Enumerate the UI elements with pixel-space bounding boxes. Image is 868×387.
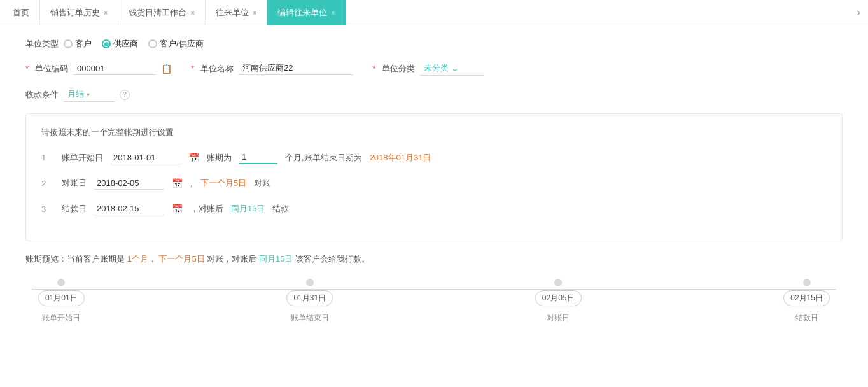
period-num-1: 1 [41,153,54,162]
period-cal-icon-1[interactable]: 📅 [188,153,199,163]
preview-section: 账期预览：当前客户账期是 1个月， 下一个月5日 对账，对账后 同月15日 该客… [25,251,843,323]
period-desc-3a: ，对账后 [190,203,223,215]
period-label-1: 账单开始日 [62,152,103,164]
timeline-badge-2: 01月31日 [286,290,333,306]
timeline-badge-4: 02月15日 [783,290,830,306]
radio-customer-circle [64,39,73,48]
tab-home[interactable]: 首页 [0,0,40,25]
unit-category-chevron: ⌄ [451,63,459,73]
period-desc-3-highlight: 同月15日 [231,203,265,215]
timeline-badge-3: 02月05日 [535,290,582,306]
timeline-point-1: 01月01日 账单开始日 [38,279,85,323]
unit-type-row: 单位类型 客户 供应商 客户/供应商 [25,38,843,50]
timeline-point-4: 02月15日 结款日 [783,279,830,323]
preview-part1: 1个月， [127,254,157,264]
payment-condition-label: 收款条件 [25,89,59,101]
payment-condition-row: 收款条件 月结 ▾ ? [25,87,843,102]
radio-customer[interactable]: 客户 [64,38,92,50]
unit-type-radio-group: 客户 供应商 客户/供应商 [64,38,204,50]
unit-name-input[interactable] [239,62,353,75]
timeline-point-3: 02月05日 对账日 [535,279,582,323]
unit-name-star: * [191,64,194,73]
tab-sales-history-label: 销售订单历史 [50,7,100,18]
unit-name-item: * 单位名称 [191,62,353,75]
timeline-dot-4 [803,279,811,286]
period-desc-2-highlight: 下一个月5日 [200,178,246,189]
unit-category-star: * [372,64,375,73]
tab-partner-label: 往来单位 [216,7,249,18]
period-date-input-2[interactable] [94,177,164,190]
timeline-dot-2 [306,279,314,286]
radio-supplier-circle [102,39,111,48]
timeline-dot-3 [554,279,562,286]
preview-part3: 对账，对账后 [207,254,256,264]
tab-cash-work-label: 钱货日清工作台 [129,7,186,18]
period-date-input-3[interactable] [94,202,164,215]
unit-type-item: 单位类型 客户 供应商 客户/供应商 [25,38,204,50]
tab-sales-history[interactable]: 销售订单历史 × [40,0,118,25]
tab-more-button[interactable]: › [849,6,868,19]
tab-home-label: 首页 [13,7,29,18]
period-end-date-highlight: 2018年01月31日 [370,152,431,164]
tab-partner[interactable]: 往来单位 × [206,0,267,25]
period-desc-2b: 对账 [254,178,270,189]
tab-edit-partner[interactable]: 编辑往来单位 × [267,0,346,25]
timeline-dot-1 [57,279,65,286]
unit-category-label: 单位分类 [382,63,415,74]
radio-supplier-label: 供应商 [113,38,138,50]
unit-info-row: * 单位编码 📋 * 单位名称 * 单位分类 未分类 ⌄ [25,61,843,76]
payment-condition-value: 月结 [67,88,84,100]
help-icon[interactable]: ? [120,90,130,100]
period-label-3: 结款日 [62,203,87,215]
period-desc-3b: 结款 [272,203,289,215]
tab-edit-partner-label: 编辑往来单位 [277,7,327,18]
unit-code-star: * [25,64,29,73]
timeline-point-2: 01月31日 账单结束日 [286,279,333,323]
payment-condition-item: 收款条件 月结 ▾ ? [25,87,130,102]
period-date-input-1[interactable] [111,151,181,164]
unit-code-input[interactable] [73,62,156,75]
section-box: 请按照未来的一个完整帐期进行设置 1 账单开始日 📅 账期为 个月,账单结束日期… [25,113,843,241]
preview-label: 账期预览：当前客户账期是 [25,254,125,264]
tab-partner-close[interactable]: × [253,9,256,17]
unit-type-label: 单位类型 [25,38,59,50]
period-month-input[interactable] [239,151,277,164]
period-num-3: 3 [41,204,54,214]
tab-sales-history-close[interactable]: × [104,9,108,17]
unit-code-item: * 单位编码 📋 [25,62,172,75]
tabs-bar: 首页 销售订单历史 × 钱货日清工作台 × 往来单位 × 编辑往来单位 × › [0,0,868,25]
tab-cash-work[interactable]: 钱货日清工作台 × [118,0,205,25]
preview-part4: 同月15日 [259,254,293,264]
unit-category-select[interactable]: 未分类 ⌄ [420,61,484,76]
radio-both[interactable]: 客户/供应商 [148,38,204,50]
preview-part2: 下一个月5日 [158,254,204,264]
section-title: 请按照未来的一个完整帐期进行设置 [41,127,827,138]
period-row-1: 1 账单开始日 📅 账期为 个月,账单结束日期为 2018年01月31日 [41,151,827,164]
timeline-points: 01月01日 账单开始日 01月31日 账单结束日 02月05日 对账日 [38,279,830,323]
timeline-label-4: 结款日 [795,313,818,323]
period-num-2: 2 [41,179,54,188]
unit-code-label: 单位编码 [35,63,68,74]
unit-code-copy-icon[interactable]: 📋 [161,64,172,74]
radio-supplier[interactable]: 供应商 [102,38,138,50]
period-row-3: 3 结款日 📅 ，对账后 同月15日 结款 [41,202,827,215]
timeline-wrapper: 01月01日 账单开始日 01月31日 账单结束日 02月05日 对账日 [25,279,843,323]
preview-part5: 该客户会给我打款。 [295,254,370,264]
radio-both-circle [148,39,157,48]
period-desc-before-1: 账期为 [207,152,232,164]
tab-edit-partner-close[interactable]: × [331,9,335,17]
payment-condition-select[interactable]: 月结 ▾ [64,87,115,102]
radio-both-label: 客户/供应商 [160,38,204,50]
radio-customer-label: 客户 [75,38,92,50]
period-cal-icon-3[interactable]: 📅 [172,204,183,214]
preview-text: 账期预览：当前客户账期是 1个月， 下一个月5日 对账，对账后 同月15日 该客… [25,251,843,266]
unit-name-label: 单位名称 [200,63,234,74]
period-row-2: 2 对账日 📅 , 下一个月5日 对账 [41,177,827,190]
tab-cash-work-close[interactable]: × [190,9,194,17]
period-desc-2a: , [190,179,193,188]
period-desc-after-1: 个月,账单结束日期为 [285,152,362,164]
timeline-label-2: 账单结束日 [291,313,329,323]
page-content: 单位类型 客户 供应商 客户/供应商 * 单位编码 [0,25,868,387]
period-label-2: 对账日 [62,178,87,189]
period-cal-icon-2[interactable]: 📅 [172,178,183,188]
